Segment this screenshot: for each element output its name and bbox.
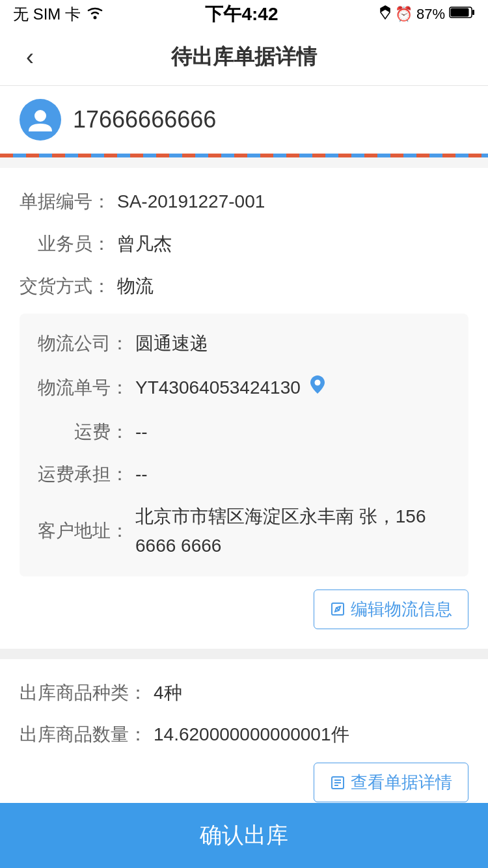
tracking-number-label: 物流单号： xyxy=(38,373,129,403)
address-value: 北京市市辖区海淀区永丰南 张，156 6666 6666 xyxy=(135,502,450,561)
view-detail-button[interactable]: 查看单据详情 xyxy=(314,763,468,802)
view-detail-container: 查看单据详情 xyxy=(20,763,468,802)
edit-logistics-container: 编辑物流信息 xyxy=(20,590,468,629)
section-divider xyxy=(0,649,488,659)
customer-phone: 17666666666 xyxy=(73,106,216,133)
logistics-company-value: 圆通速递 xyxy=(135,329,450,359)
location-status-icon xyxy=(379,5,391,23)
svg-marker-1 xyxy=(381,6,390,12)
confirm-bar[interactable]: 确认出库 xyxy=(0,803,488,868)
sales-person-row: 业务员： 曾凡杰 xyxy=(20,230,468,259)
edit-logistics-button[interactable]: 编辑物流信息 xyxy=(314,590,468,629)
product-info-section: 出库商品种类： 4种 出库商品数量： 14.620000000000001件 查… xyxy=(0,659,488,822)
alarm-icon: ⏰ xyxy=(395,6,413,23)
svg-rect-4 xyxy=(450,8,468,17)
document-number-value: SA-20191227-001 xyxy=(117,187,468,217)
location-icon[interactable] xyxy=(308,372,327,405)
document-number-row: 单据编号： SA-20191227-001 xyxy=(20,187,468,217)
sales-person-value: 曾凡杰 xyxy=(117,230,468,259)
status-time: 下午4:42 xyxy=(205,2,278,27)
svg-point-6 xyxy=(314,380,320,386)
status-right: ⏰ 87% xyxy=(379,5,475,23)
product-quantity-row: 出库商品数量： 14.620000000000001件 xyxy=(20,720,468,750)
document-number-label: 单据编号： xyxy=(20,187,111,217)
product-types-row: 出库商品种类： 4种 xyxy=(20,679,468,708)
back-button[interactable]: ‹ xyxy=(20,37,40,77)
freight-bearer-row: 运费承担： -- xyxy=(38,460,450,489)
logistics-company-row: 物流公司： 圆通速递 xyxy=(38,329,450,359)
customer-header: 17666666666 xyxy=(0,86,488,154)
freight-bearer-value: -- xyxy=(135,460,450,489)
wifi-icon xyxy=(86,5,104,23)
delivery-method-label: 交货方式： xyxy=(20,272,111,301)
product-quantity-label: 出库商品数量： xyxy=(20,720,147,750)
address-label: 客户地址： xyxy=(38,517,129,546)
nav-bar: ‹ 待出库单据详情 xyxy=(0,29,488,86)
product-quantity-value: 14.620000000000001件 xyxy=(154,720,468,750)
address-row: 客户地址： 北京市市辖区海淀区永丰南 张，156 6666 6666 xyxy=(38,502,450,561)
avatar xyxy=(20,99,61,141)
sim-text: 无 SIM 卡 xyxy=(13,4,81,25)
tracking-number-row: 物流单号： YT43064053424130 xyxy=(38,372,450,405)
confirm-button-label: 确认出库 xyxy=(200,821,288,850)
edit-logistics-label: 编辑物流信息 xyxy=(351,598,452,621)
tracking-number-value: YT43064053424130 xyxy=(135,372,450,405)
status-bar: 无 SIM 卡 下午4:42 ⏰ 87% xyxy=(0,0,488,29)
logistics-company-label: 物流公司： xyxy=(38,329,129,359)
freight-row: 运费： -- xyxy=(38,418,450,447)
delivery-method-value: 物流 xyxy=(117,272,468,301)
delivery-method-row: 交货方式： 物流 xyxy=(20,272,468,301)
status-left: 无 SIM 卡 xyxy=(13,4,104,25)
logistics-box: 物流公司： 圆通速递 物流单号： YT43064053424130 运费： --… xyxy=(20,314,468,576)
sales-person-label: 业务员： xyxy=(20,230,111,259)
freight-bearer-label: 运费承担： xyxy=(38,460,129,489)
freight-label: 运费： xyxy=(38,418,129,447)
view-detail-label: 查看单据详情 xyxy=(351,771,452,794)
battery-icon xyxy=(449,5,475,23)
dashed-divider xyxy=(0,154,488,157)
battery-text: 87% xyxy=(416,6,445,23)
svg-point-0 xyxy=(94,16,97,20)
basic-info-section: 单据编号： SA-20191227-001 业务员： 曾凡杰 交货方式： 物流 … xyxy=(0,168,488,649)
product-types-value: 4种 xyxy=(154,679,468,708)
svg-point-5 xyxy=(34,110,46,122)
freight-value: -- xyxy=(135,418,450,447)
product-types-label: 出库商品种类： xyxy=(20,679,147,708)
svg-rect-3 xyxy=(472,10,474,15)
page-title: 待出库单据详情 xyxy=(171,43,317,72)
